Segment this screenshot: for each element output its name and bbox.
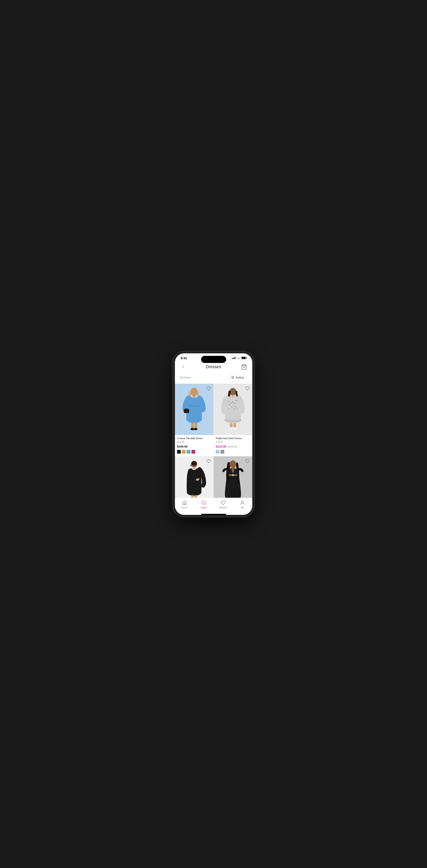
product-image-wrapper	[175, 456, 214, 498]
svg-line-37	[205, 504, 206, 504]
nav-label-me: Me	[241, 506, 244, 509]
svg-point-11	[231, 402, 232, 403]
color-swatches	[177, 450, 212, 454]
product-card[interactable]: Plunge Maxi Dress Mango $149.99	[214, 456, 252, 498]
cart-button[interactable]	[240, 363, 248, 371]
phone-frame: 9:41	[173, 351, 254, 517]
color-swatch[interactable]	[182, 450, 186, 454]
back-button[interactable]	[179, 363, 187, 371]
profile-icon	[240, 500, 245, 505]
color-swatch[interactable]	[191, 450, 195, 454]
svg-point-14	[234, 403, 235, 404]
home-indicator	[201, 514, 226, 515]
svg-point-20	[236, 408, 237, 408]
svg-rect-5	[194, 422, 197, 429]
price-original: $229.99	[227, 445, 238, 448]
product-name: Patterned Shirt Dress	[216, 437, 250, 440]
svg-point-38	[242, 501, 243, 502]
nav-item-me[interactable]: Me	[233, 500, 252, 509]
color-swatch[interactable]	[177, 450, 181, 454]
product-name: V-neck Tie-belt Dress	[177, 437, 212, 440]
home-icon	[182, 500, 187, 505]
product-brand: H & M	[216, 441, 250, 444]
svg-point-15	[236, 400, 237, 401]
filter-bar: 129 items Refine	[175, 373, 252, 384]
svg-point-16	[232, 407, 232, 407]
wishlist-button-3[interactable]	[206, 458, 212, 464]
header: Dresses	[175, 362, 252, 373]
product-card[interactable]: V-neck Midi Dress ASOS $89.99	[175, 456, 214, 498]
color-swatch[interactable]	[216, 450, 219, 454]
nav-item-home[interactable]: Home	[175, 500, 194, 509]
nav-item-shop[interactable]: Shop	[194, 500, 214, 509]
svg-point-26	[191, 461, 197, 466]
product-image-wrapper	[175, 384, 214, 435]
product-info: Patterned Shirt Dress H & M $124.99 $229…	[214, 435, 252, 456]
dynamic-island	[201, 356, 226, 363]
svg-rect-31	[194, 495, 197, 498]
product-price: $124.99 $229.99	[216, 445, 250, 448]
price-sale: $124.99	[216, 445, 226, 448]
product-grid: V-neck Tie-belt Dress H & M $349.99	[175, 384, 252, 498]
svg-point-6	[191, 428, 194, 430]
svg-rect-30	[191, 495, 194, 498]
signal-bars-icon	[232, 357, 236, 359]
svg-point-19	[234, 409, 234, 409]
product-image-wrapper	[214, 384, 252, 435]
wishlist-button-4[interactable]	[244, 458, 251, 464]
price-normal: $349.99	[177, 445, 188, 448]
svg-point-32	[230, 460, 236, 468]
wishlist-button-1[interactable]	[206, 385, 212, 392]
svg-point-24	[232, 427, 237, 430]
svg-point-36	[202, 501, 205, 504]
page-title: Dresses	[206, 364, 221, 369]
svg-rect-2	[193, 395, 195, 398]
svg-point-1	[191, 388, 198, 396]
status-icons	[232, 357, 246, 359]
nav-label-home: Home	[181, 506, 187, 509]
product-card[interactable]: V-neck Tie-belt Dress H & M $349.99	[175, 384, 214, 456]
color-swatch[interactable]	[220, 450, 224, 454]
color-swatches	[216, 450, 250, 454]
nav-item-wishlist[interactable]: Wishlist	[214, 500, 233, 509]
refine-icon	[232, 376, 234, 378]
phone-screen: 9:41	[175, 353, 252, 515]
product-info: V-neck Tie-belt Dress H & M $349.99	[175, 435, 214, 456]
svg-point-28	[190, 465, 191, 466]
svg-rect-4	[191, 422, 194, 429]
product-price: $349.99	[177, 445, 212, 448]
svg-point-12	[229, 404, 230, 405]
product-card[interactable]: Patterned Shirt Dress H & M $124.99 $229…	[214, 384, 252, 456]
wifi-icon	[237, 357, 240, 359]
svg-rect-27	[193, 467, 195, 469]
battery-icon	[241, 357, 246, 359]
svg-point-17	[235, 406, 236, 407]
wishlist-nav-icon	[220, 500, 226, 505]
refine-button[interactable]: Refine	[227, 374, 248, 381]
product-brand: H & M	[177, 441, 212, 444]
color-swatch[interactable]	[187, 450, 190, 454]
shop-icon	[201, 500, 207, 505]
svg-point-10	[228, 401, 229, 402]
product-image-wrapper	[214, 456, 252, 498]
status-time: 9:41	[181, 356, 187, 360]
nav-label-wishlist: Wishlist	[219, 506, 227, 509]
bottom-nav: Home Shop Wishlist	[175, 498, 252, 513]
svg-point-7	[194, 428, 197, 430]
wishlist-button-2[interactable]	[244, 385, 251, 392]
nav-label-shop: Shop	[201, 506, 207, 509]
svg-point-18	[228, 408, 229, 409]
refine-label: Refine	[236, 376, 244, 379]
items-count: 129 items	[179, 376, 191, 379]
svg-point-13	[233, 402, 233, 402]
svg-rect-3	[184, 409, 189, 413]
